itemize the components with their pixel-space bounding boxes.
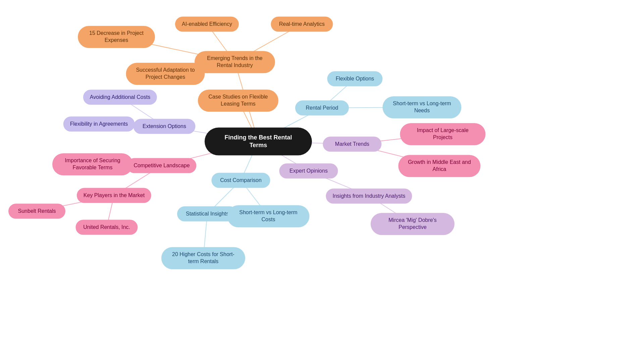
node-center[interactable]: Finding the Best Rental Terms: [205, 128, 312, 156]
node-case_studies[interactable]: Case Studies on Flexible Leasing Terms: [198, 89, 278, 112]
node-extension_options[interactable]: Extension Options: [133, 119, 196, 134]
node-label-realtime_analytics: Real-time Analytics: [279, 21, 325, 28]
node-short_long_needs[interactable]: Short-term vs Long-term Needs: [383, 96, 462, 118]
node-label-competitive_landscape: Competitive Landscape: [133, 162, 190, 169]
node-competitive_landscape[interactable]: Competitive Landscape: [127, 158, 196, 173]
node-label-impact_large: Impact of Large-scale Projects: [407, 127, 479, 141]
node-short_long_costs[interactable]: Short-term vs Long-term Costs: [227, 205, 310, 227]
node-emerging_trends[interactable]: Emerging Trends in the Rental Industry: [195, 51, 275, 73]
node-successful_adaptation[interactable]: Successful Adaptation to Project Changes: [126, 63, 205, 85]
node-label-extension_options: Extension Options: [143, 123, 186, 130]
node-label-decrease_expenses: 15 Decrease in Project Expenses: [85, 30, 148, 44]
node-label-mircea_perspective: Mircea 'Mig' Dobre's Perspective: [377, 217, 448, 231]
node-rental_period[interactable]: Rental Period: [295, 101, 349, 116]
node-flexibility[interactable]: Flexibility in Agreements: [63, 117, 135, 132]
node-label-rental_period: Rental Period: [306, 105, 338, 112]
node-expert_opinions[interactable]: Expert Opinions: [279, 164, 338, 179]
node-market_trends[interactable]: Market Trends: [323, 137, 382, 152]
node-sunbelt[interactable]: Sunbelt Rentals: [8, 204, 65, 219]
node-label-insights_analysts: Insights from Industry Analysts: [333, 193, 406, 200]
node-label-ai_efficiency: AI-enabled Efficiency: [182, 21, 232, 28]
node-label-case_studies: Case Studies on Flexible Leasing Terms: [205, 94, 272, 108]
node-higher_costs[interactable]: 20 Higher Costs for Short-term Rentals: [161, 247, 245, 269]
node-importance_favorable[interactable]: Importance of Securing Favorable Terms: [52, 153, 133, 175]
node-label-united_rentals: United Rentals, Inc.: [83, 224, 130, 231]
node-label-emerging_trends: Emerging Trends in the Rental Industry: [201, 55, 268, 69]
node-flexible_options[interactable]: Flexible Options: [327, 71, 383, 86]
node-ai_efficiency[interactable]: AI-enabled Efficiency: [175, 17, 239, 32]
node-growth_mea[interactable]: Growth in Middle East and Africa: [398, 155, 481, 177]
node-label-statistical_insights: Statistical Insights: [186, 210, 229, 218]
node-realtime_analytics[interactable]: Real-time Analytics: [271, 17, 333, 32]
node-label-short_long_costs: Short-term vs Long-term Costs: [234, 209, 303, 223]
node-label-sunbelt: Sunbelt Rentals: [18, 208, 56, 215]
node-label-market_trends: Market Trends: [335, 141, 369, 148]
node-label-center: Finding the Best Rental Terms: [215, 134, 301, 149]
node-insights_analysts[interactable]: Insights from Industry Analysts: [326, 189, 412, 204]
mind-map: Finding the Best Rental TermsEmerging Tr…: [0, 0, 644, 363]
node-label-expert_opinions: Expert Opinions: [289, 168, 328, 175]
node-cost_comparison[interactable]: Cost Comparison: [212, 173, 270, 188]
node-key_players[interactable]: Key Players in the Market: [77, 188, 151, 203]
node-label-flexibility: Flexibility in Agreements: [70, 121, 128, 128]
node-label-successful_adaptation: Successful Adaptation to Project Changes: [133, 67, 198, 81]
connections-svg: [0, 0, 644, 363]
node-united_rentals[interactable]: United Rentals, Inc.: [76, 220, 138, 235]
node-label-cost_comparison: Cost Comparison: [220, 177, 262, 184]
node-label-growth_mea: Growth in Middle East and Africa: [405, 159, 474, 173]
node-label-key_players: Key Players in the Market: [84, 192, 145, 199]
node-label-higher_costs: 20 Higher Costs for Short-term Rentals: [168, 251, 238, 265]
node-label-flexible_options: Flexible Options: [336, 75, 374, 82]
node-label-importance_favorable: Importance of Securing Favorable Terms: [59, 157, 126, 171]
node-impact_large[interactable]: Impact of Large-scale Projects: [400, 123, 486, 145]
node-mircea_perspective[interactable]: Mircea 'Mig' Dobre's Perspective: [371, 213, 454, 235]
node-label-avoiding_costs: Avoiding Additional Costs: [90, 94, 150, 101]
node-decrease_expenses[interactable]: 15 Decrease in Project Expenses: [78, 26, 155, 48]
node-avoiding_costs[interactable]: Avoiding Additional Costs: [83, 90, 157, 105]
node-label-short_long_needs: Short-term vs Long-term Needs: [389, 100, 455, 114]
